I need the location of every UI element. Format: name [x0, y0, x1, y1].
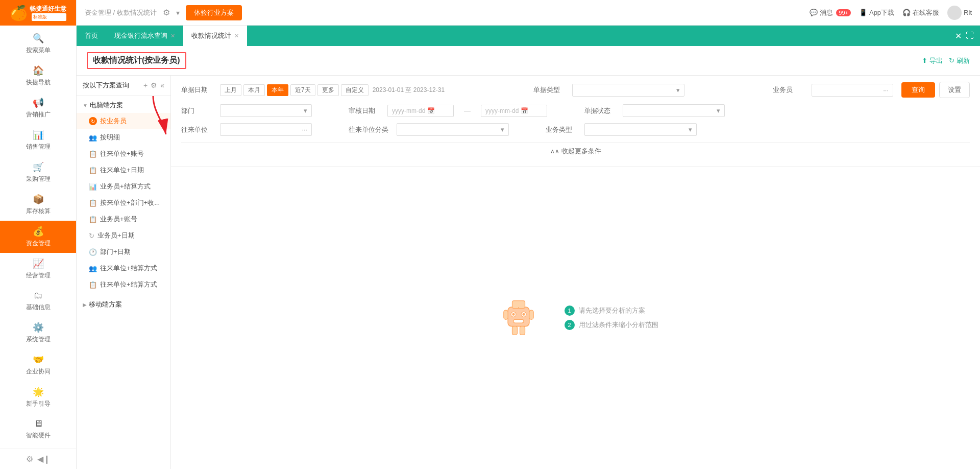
sidebar-item-wechat[interactable]: 💬 企业微信: [0, 445, 76, 449]
tree-item-partner-settle1[interactable]: 👥 往来单位+结算方式: [77, 260, 170, 276]
partner-dept-collect-icon: 📋: [89, 199, 97, 207]
sidebar-item-label: 新手引导: [26, 400, 51, 408]
date-tab-last7[interactable]: 近7天: [290, 84, 315, 96]
header-dropdown-icon[interactable]: ▾: [176, 9, 180, 17]
date-tab-more[interactable]: 更多: [317, 84, 339, 96]
tree-item-label: 按来单位+部门+收...: [100, 198, 160, 207]
tab-bank-flow[interactable]: 现金银行流水查询 ✕: [106, 26, 183, 46]
settings-footer-icon[interactable]: ⚙: [26, 454, 33, 464]
settings-scheme-icon[interactable]: ⚙: [151, 81, 157, 89]
sidebar-item-marketing[interactable]: 📢 营销推广: [0, 92, 76, 124]
sidebar-item-label: 智能硬件: [26, 431, 51, 440]
sidebar-item-sales[interactable]: 📊 销售管理: [0, 124, 76, 156]
document-status-select[interactable]: ▾: [623, 104, 725, 117]
tree-parent-mobile[interactable]: ▶ 移动端方案: [77, 297, 170, 312]
tree-arrow-down-icon: ▼: [83, 103, 88, 108]
tree-item-partner-dept-collect[interactable]: 📋 按来单位+部门+收...: [77, 195, 170, 211]
review-date-from-text: yyyy-mm-dd: [392, 107, 425, 114]
svg-rect-11: [520, 326, 525, 335]
message-item[interactable]: 💬 消息 99+: [810, 8, 851, 17]
tree-item-by-salesperson[interactable]: ↻ 按业务员: [77, 113, 170, 129]
date-tab-custom[interactable]: 自定义: [341, 84, 369, 96]
tree-item-label: 按业务员: [100, 116, 127, 126]
business-type-select[interactable]: ▾: [584, 123, 697, 136]
sidebar-item-hardware[interactable]: 🖥 智能硬件: [0, 413, 76, 445]
main-area: 资金管理 / 收款情况统计 ⚙ ▾ 体验行业方案 💬 消息 99+ 📱 App下…: [77, 0, 980, 469]
filter-area: 单据日期 上月 本月 本年 近7天 更多 自定义 2023-01-01 至 20…: [171, 76, 980, 167]
sidebar-item-inventory[interactable]: 📦 库存核算: [0, 189, 76, 221]
sidebar-item-enterprise[interactable]: 🤝 企业协同: [0, 349, 76, 381]
tree-parent-pc[interactable]: ▼ 电脑端方案: [77, 98, 170, 113]
collapse-panel-icon[interactable]: «: [160, 81, 164, 89]
sidebar-item-operations[interactable]: 📈 经营管理: [0, 253, 76, 285]
left-panel-title: 按以下方案查询: [83, 81, 129, 90]
query-button[interactable]: 查询: [901, 82, 935, 98]
date-tab-this-month[interactable]: 本月: [243, 84, 265, 96]
partner-more-icon[interactable]: ···: [302, 126, 307, 133]
tab-close-window-icon[interactable]: ✕: [955, 31, 962, 41]
business-type-label: 业务类型: [546, 125, 576, 134]
empty-robot-illustration: [493, 292, 544, 343]
collapse-footer-icon[interactable]: ◀❙: [37, 454, 50, 464]
tree-item-salesperson-settle[interactable]: 📊 业务员+结算方式: [77, 178, 170, 195]
refresh-button[interactable]: ↻ 刷新: [949, 56, 970, 65]
headset-icon: 🎧: [902, 9, 911, 16]
right-panel: 单据日期 上月 本月 本年 近7天 更多 自定义 2023-01-01 至 20…: [171, 76, 980, 469]
breadcrumb: 资金管理 / 收款情况统计: [85, 8, 157, 17]
salesperson-select[interactable]: ···: [812, 84, 893, 97]
avatar: [947, 6, 962, 20]
date-tab-last-month[interactable]: 上月: [220, 84, 241, 96]
tree-parent-label: 电脑端方案: [90, 101, 123, 110]
collapse-up-icon: ∧∧: [550, 148, 559, 155]
tab-bar: 首页 现金银行流水查询 ✕ 收款情况统计 ✕ ✕ ⛶: [77, 26, 980, 46]
message-badge: 99+: [836, 9, 851, 16]
review-date-to[interactable]: yyyy-mm-dd 📅: [481, 105, 547, 117]
sidebar-item-basic-info[interactable]: 🗂 基础信息: [0, 285, 76, 317]
tree-item-salesperson-account[interactable]: 📋 业务员+账号: [77, 211, 170, 227]
partner-settle2-icon: 📋: [89, 281, 97, 289]
tree-item-partner-date[interactable]: 📋 往来单位+日期: [77, 162, 170, 178]
review-date-label: 审核日期: [349, 106, 379, 115]
sidebar-item-purchase[interactable]: 🛒 采购管理: [0, 156, 76, 189]
user-avatar-item[interactable]: Rit: [947, 6, 972, 20]
review-date-from[interactable]: yyyy-mm-dd 📅: [387, 105, 454, 117]
tab-close-active-icon[interactable]: ✕: [234, 33, 239, 39]
date-tab-this-year[interactable]: 本年: [267, 84, 288, 96]
tab-expand-icon[interactable]: ⛶: [966, 31, 974, 40]
sidebar-item-quick-nav[interactable]: 🏠 快捷导航: [0, 60, 76, 92]
sidebar-item-finance[interactable]: 💰 资金管理: [0, 221, 76, 253]
tree-item-partner-account[interactable]: 📋 往来单位+账号: [77, 146, 170, 162]
tree-item-salesperson-date[interactable]: ↻ 业务员+日期: [77, 227, 170, 244]
svg-point-5: [512, 313, 514, 316]
hardware-icon: 🖥: [34, 418, 43, 429]
sidebar-item-system[interactable]: ⚙️ 系统管理: [0, 317, 76, 349]
department-select[interactable]: ▾: [220, 104, 312, 117]
partner-select[interactable]: ···: [220, 123, 312, 136]
sidebar-item-search-menu[interactable]: 🔍 搜索菜单: [0, 28, 76, 60]
settings-button[interactable]: 设置: [939, 82, 970, 98]
purchase-icon: 🛒: [33, 161, 44, 173]
add-scheme-icon[interactable]: +: [143, 81, 148, 89]
chevron-down-cat-icon: ▾: [501, 126, 504, 133]
header-gear-icon[interactable]: ⚙: [163, 8, 170, 17]
document-type-select[interactable]: ▾: [572, 84, 684, 97]
tab-collection-stat[interactable]: 收款情况统计 ✕: [183, 26, 247, 46]
date-dash: —: [464, 107, 471, 114]
app-name: 畅捷通好生意: [30, 5, 66, 13]
tree-item-dept-date[interactable]: 🕐 部门+日期: [77, 244, 170, 260]
page-header-actions: ⬆ 导出 ↻ 刷新: [922, 56, 970, 65]
tree-item-by-detail[interactable]: 👥 按明细: [77, 129, 170, 146]
tree-item-partner-settle2[interactable]: 📋 往来单位+结算方式: [77, 276, 170, 293]
tree-item-label: 往来单位+账号: [100, 149, 144, 158]
export-button[interactable]: ⬆ 导出: [922, 56, 943, 65]
tree-item-label: 部门+日期: [100, 247, 131, 256]
online-service-item[interactable]: 🎧 在线客服: [902, 8, 939, 17]
trial-button[interactable]: 体验行业方案: [186, 5, 242, 20]
sidebar-item-guide[interactable]: 🌟 新手引导: [0, 381, 76, 413]
app-download-item[interactable]: 📱 App下载: [859, 8, 894, 17]
collapse-more-conditions[interactable]: ∧∧ 收起更多条件: [181, 143, 970, 160]
tab-home[interactable]: 首页: [77, 31, 106, 40]
tab-close-icon[interactable]: ✕: [170, 33, 175, 39]
partner-category-select[interactable]: ▾: [397, 123, 509, 136]
app-badge: 标准版: [32, 13, 66, 21]
